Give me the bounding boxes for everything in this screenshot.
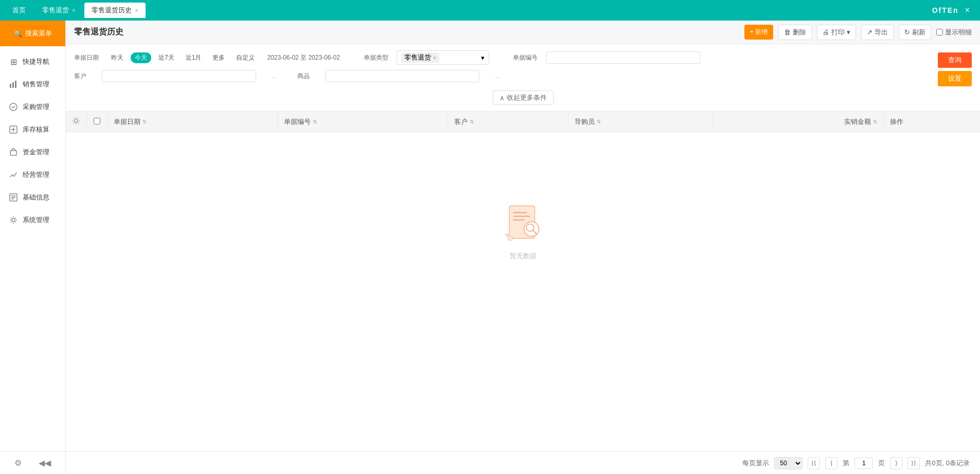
page-last-button[interactable]: ⟩⟩ bbox=[907, 457, 920, 469]
type-filter-tag: 零售退货 × bbox=[401, 52, 439, 63]
th-customer-sort-icon: ⇅ bbox=[470, 119, 474, 124]
tab-retail-return[interactable]: 零售退货 × bbox=[35, 3, 82, 18]
sidebar-search-label: 搜索菜单 bbox=[25, 29, 52, 38]
goods-filter-label: 商品 bbox=[297, 72, 310, 81]
tab-retail-return-history[interactable]: 零售退货历史 × bbox=[84, 3, 145, 18]
refresh-button[interactable]: ↻ 刷新 bbox=[899, 25, 931, 40]
th-number-sort-icon: ⇅ bbox=[313, 119, 317, 124]
th-date-label: 单据日期 bbox=[114, 117, 140, 126]
sidebar-item-purchase-mgmt[interactable]: 采购管理 bbox=[0, 96, 65, 118]
print-dropdown-icon: ▾ bbox=[847, 28, 850, 36]
th-number[interactable]: 单据编号 ⇅ bbox=[277, 112, 448, 132]
tab-retail-return-close[interactable]: × bbox=[72, 7, 75, 13]
top-bar-right: OfTEn × bbox=[932, 6, 970, 15]
sidebar-item-quick-nav[interactable]: ⊞ 快捷导航 bbox=[0, 50, 65, 73]
delete-button[interactable]: 🗑 删除 bbox=[778, 25, 812, 40]
page-size-select[interactable]: 20 50 100 bbox=[774, 457, 803, 469]
th-amount[interactable]: 实销金额 ⇅ bbox=[714, 112, 884, 132]
collapse-icon: ∧ bbox=[500, 94, 505, 102]
sidebar-item-basic-info[interactable]: 基础信息 bbox=[0, 186, 65, 209]
table-container: 单据日期 ⇅ 单据编号 ⇅ 客户 bbox=[66, 112, 980, 451]
th-action: 操作 bbox=[883, 112, 980, 132]
volume-bottom-icon[interactable]: ◀◀ bbox=[39, 458, 51, 468]
svg-rect-10 bbox=[513, 212, 527, 213]
collapse-filter-button[interactable]: ∧ 收起更多条件 bbox=[493, 90, 554, 105]
th-date[interactable]: 单据日期 ⇅ bbox=[108, 112, 278, 132]
type-filter-label: 单据类型 bbox=[364, 53, 388, 62]
finance-mgmt-icon bbox=[8, 147, 19, 157]
empty-icon bbox=[500, 199, 546, 245]
svg-rect-12 bbox=[513, 220, 525, 221]
goods-filter-input[interactable] bbox=[325, 70, 479, 82]
svg-rect-11 bbox=[513, 215, 530, 217]
settings-button[interactable]: 设置 bbox=[938, 71, 972, 86]
tab-list: 首页 零售退货 × 零售退货历史 × bbox=[5, 3, 932, 18]
close-app-button[interactable]: × bbox=[965, 6, 970, 15]
page-first-button[interactable]: ⟨⟨ bbox=[808, 457, 820, 469]
svg-point-17 bbox=[505, 234, 508, 236]
print-icon: 🖨 bbox=[823, 28, 829, 36]
select-all-checkbox[interactable] bbox=[94, 118, 100, 124]
number-filter-label: 单据编号 bbox=[513, 53, 538, 62]
date-opt-more[interactable]: 更多 bbox=[208, 52, 229, 63]
th-guide[interactable]: 导购员 ⇅ bbox=[568, 112, 713, 132]
sidebar-item-operation-mgmt[interactable]: 经营管理 bbox=[0, 163, 65, 186]
quick-nav-icon: ⊞ bbox=[8, 57, 19, 67]
delete-label: 删除 bbox=[793, 28, 806, 37]
show-detail-toggle[interactable]: 显示明细 bbox=[936, 28, 972, 37]
query-button[interactable]: 查询 bbox=[938, 52, 972, 68]
export-label: 导出 bbox=[875, 28, 888, 37]
sidebar-item-inventory-check[interactable]: 库存核算 bbox=[0, 118, 65, 141]
th-checkbox[interactable] bbox=[87, 112, 108, 132]
tab-retail-return-history-close[interactable]: × bbox=[135, 7, 138, 13]
main-layout: 🔍 搜索菜单 ⊞ 快捷导航 销售管理 采购管理 bbox=[0, 21, 980, 474]
operation-mgmt-icon bbox=[8, 170, 19, 180]
page-number-input[interactable] bbox=[854, 458, 873, 469]
th-customer[interactable]: 客户 ⇅ bbox=[448, 112, 568, 132]
brand-name: OfTEn bbox=[932, 6, 959, 14]
sidebar-bottom: ⚙ ◀◀ bbox=[0, 451, 65, 474]
type-filter-dropdown-icon: ▾ bbox=[481, 54, 485, 62]
number-filter-input[interactable] bbox=[546, 51, 700, 64]
sales-mgmt-icon bbox=[8, 79, 19, 89]
th-action-label: 操作 bbox=[890, 118, 903, 125]
empty-text: 暂无数据 bbox=[510, 251, 537, 261]
date-opt-1month[interactable]: 近1月 bbox=[182, 52, 206, 63]
sidebar: 🔍 搜索菜单 ⊞ 快捷导航 销售管理 采购管理 bbox=[0, 21, 66, 474]
sidebar-item-finance-mgmt[interactable]: 资金管理 bbox=[0, 141, 65, 163]
export-icon: ↗ bbox=[867, 28, 872, 36]
show-detail-checkbox[interactable] bbox=[936, 29, 943, 35]
date-opt-7days[interactable]: 近7天 bbox=[154, 52, 179, 63]
customer-ellipsis: ... bbox=[272, 72, 277, 80]
refresh-icon: ↻ bbox=[904, 28, 910, 36]
svg-rect-2 bbox=[15, 81, 16, 88]
pagination-bar: 每页显示 20 50 100 ⟨⟨ ⟨ 第 页 ⟩ ⟩⟩ 共0页, 0条记录 bbox=[66, 451, 980, 474]
page-ye-label: 页 bbox=[878, 459, 885, 468]
page-next-button[interactable]: ⟩ bbox=[890, 457, 902, 469]
date-opt-custom[interactable]: 自定义 bbox=[232, 52, 259, 63]
settings-bottom-icon[interactable]: ⚙ bbox=[14, 458, 22, 468]
sidebar-item-system-mgmt[interactable]: 系统管理 bbox=[0, 209, 65, 231]
date-opt-yesterday[interactable]: 昨天 bbox=[107, 52, 128, 63]
svg-rect-5 bbox=[10, 151, 16, 155]
export-button[interactable]: ↗ 导出 bbox=[861, 25, 894, 40]
th-settings[interactable] bbox=[66, 112, 87, 132]
type-filter-select[interactable]: 零售退货 × ▾ bbox=[397, 50, 489, 65]
inventory-check-icon bbox=[8, 124, 19, 135]
toolbar: + 新增 🗑 删除 🖨 打印 ▾ ↗ 导出 ↻ 刷新 bbox=[744, 25, 972, 40]
type-filter-tag-close[interactable]: × bbox=[433, 54, 436, 61]
show-detail-text: 显示明细 bbox=[945, 28, 972, 37]
tab-home[interactable]: 首页 bbox=[5, 3, 33, 18]
customer-filter-input[interactable] bbox=[102, 70, 256, 82]
print-button[interactable]: 🖨 打印 ▾ bbox=[817, 25, 856, 40]
goods-ellipsis: ... bbox=[495, 72, 500, 80]
print-label: 打印 bbox=[831, 28, 845, 37]
new-button[interactable]: + 新增 bbox=[744, 25, 773, 40]
svg-point-7 bbox=[12, 218, 15, 222]
date-opt-today[interactable]: 今天 bbox=[131, 52, 151, 63]
th-customer-label: 客户 bbox=[454, 117, 468, 126]
data-table: 单据日期 ⇅ 单据编号 ⇅ 客户 bbox=[66, 112, 980, 132]
sidebar-search-btn[interactable]: 🔍 搜索菜单 bbox=[0, 21, 65, 46]
sidebar-item-sales-mgmt[interactable]: 销售管理 bbox=[0, 73, 65, 96]
page-prev-button[interactable]: ⟨ bbox=[825, 457, 838, 469]
